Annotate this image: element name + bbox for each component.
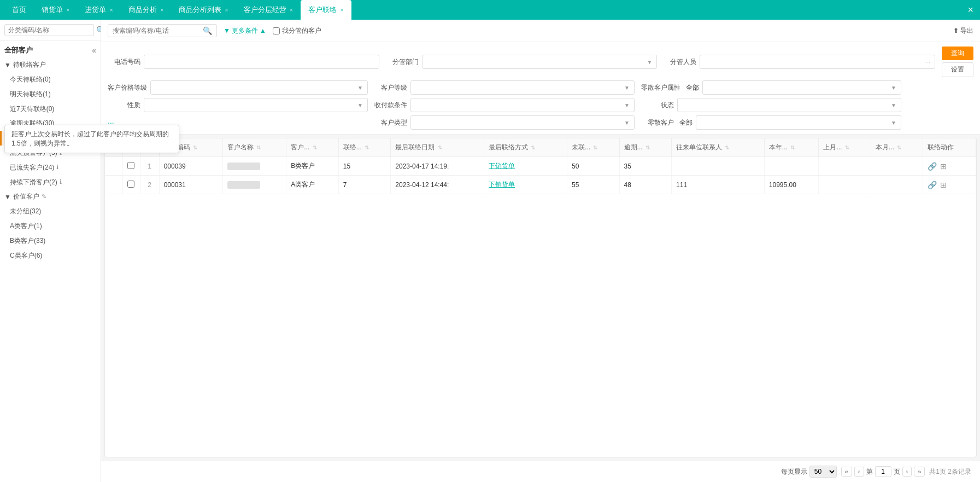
- more-filters-label: 更多条件: [232, 26, 258, 36]
- sidebar-item-b-class[interactable]: B类客户(33): [0, 234, 101, 248]
- row1-this-month: [871, 157, 923, 176]
- my-customer-checkbox[interactable]: [273, 27, 280, 34]
- data-table-container: ⚙ 客户编码 ⇅ 客户名称 ⇅ 客户... ⇅ 联络... ⇅ 最后联络日期 ⇅…: [104, 138, 977, 457]
- tab-goods-list[interactable]: 商品分析列表 ×: [171, 0, 236, 20]
- tab-goods-analysis[interactable]: 商品分析 ×: [121, 0, 171, 20]
- row1-contact: 15: [338, 157, 391, 176]
- row1-action-buttons: 🔗 ⊞: [928, 162, 971, 171]
- sidebar-item-c-class[interactable]: C类客户(6): [0, 248, 101, 263]
- customer-tier-field: 客户等级 ▼: [374, 80, 635, 95]
- tab-customer-contact-close[interactable]: ×: [340, 0, 343, 20]
- sidebar-item-tomorrow-pending[interactable]: 明天待联络(1): [0, 87, 101, 102]
- phone-input[interactable]: [144, 55, 379, 69]
- tab-goods-analysis-close[interactable]: ×: [160, 0, 163, 20]
- status-select[interactable]: ▼: [677, 98, 901, 112]
- row2-last-month: [819, 176, 871, 194]
- row2-index: 2: [140, 176, 159, 194]
- row1-select-checkbox[interactable]: [127, 162, 134, 169]
- pending-sort-icon: ⇅: [593, 144, 597, 150]
- row1-last-way-link[interactable]: 下销货单: [489, 162, 515, 170]
- row2-action-link-icon[interactable]: 🔗: [928, 181, 937, 189]
- price-tier-field: 客户价格等级 ▼: [108, 80, 368, 95]
- price-tier-select[interactable]: ▼: [150, 80, 368, 95]
- sidebar-search-icon[interactable]: 🔍: [96, 26, 101, 34]
- col-last-month: 上月... ⇅: [819, 138, 871, 157]
- tab-purchase[interactable]: 进货单 ×: [77, 0, 120, 20]
- row2-last-way-link[interactable]: 下销货单: [489, 181, 515, 188]
- tab-purchase-close[interactable]: ×: [109, 0, 113, 20]
- row1-action-link-icon[interactable]: 🔗: [928, 162, 937, 171]
- row1-action-grid-icon[interactable]: ⊞: [940, 162, 947, 171]
- tab-sales-close[interactable]: ×: [66, 0, 69, 20]
- tab-customer-contact[interactable]: 客户联络 ×: [301, 0, 351, 20]
- payment-arrow: ▼: [624, 102, 630, 108]
- tab-customer-tier-close[interactable]: ×: [290, 0, 293, 20]
- row2-action-buttons: 🔗 ⊞: [928, 181, 971, 189]
- my-customer-label: 我分管的客户: [282, 26, 321, 36]
- nature-field: 性质 ▼: [108, 98, 368, 112]
- phone-filter-field: 电话号码: [108, 55, 379, 69]
- prev-page-button[interactable]: ‹: [854, 467, 864, 477]
- nature-label: 性质: [108, 101, 140, 110]
- customer-type-select[interactable]: ▼: [410, 115, 635, 130]
- customer-tier-arrow: ▼: [624, 85, 630, 91]
- code-sort-icon: ⇅: [193, 144, 197, 150]
- retail-attr-select[interactable]: ▼: [702, 80, 901, 95]
- tab-sales[interactable]: 销货单 ×: [34, 0, 77, 20]
- row2-contact: 7: [338, 176, 391, 194]
- query-button[interactable]: 查询: [942, 47, 973, 60]
- status-label: 状态: [641, 101, 674, 110]
- sidebar-item-a-class[interactable]: A类客户(1): [0, 219, 101, 234]
- sidebar-item-today-pending[interactable]: 今天待联络(0): [0, 72, 101, 87]
- sidebar-collapse-button[interactable]: «: [92, 46, 96, 55]
- sidebar-item-week-pending[interactable]: 近7天待联络(0): [0, 102, 101, 117]
- sidebar-value-group[interactable]: ▼ 价值客户 ✎: [0, 189, 101, 204]
- sidebar-item-churned[interactable]: 已流失客户(24) ℹ: [0, 160, 101, 175]
- per-page-select[interactable]: 50 100 200: [809, 466, 837, 478]
- sidebar-search-input[interactable]: [4, 24, 94, 36]
- payment-select[interactable]: ▼: [410, 98, 635, 112]
- row2-code: 000031: [159, 176, 222, 194]
- settings-button[interactable]: 设置: [942, 62, 973, 77]
- next-page-button[interactable]: ›: [902, 467, 912, 477]
- row2-unit-contact: 111: [672, 176, 765, 194]
- filter-row-2: 客户价格等级 ▼ 客户等级 ▼ 零散客户属性 全部 ▼: [108, 80, 973, 95]
- way-sort-icon: ⇅: [531, 144, 535, 150]
- row1-last-way: 下销货单: [484, 157, 567, 176]
- info-icon-churned: ℹ: [56, 163, 58, 171]
- close-all-tabs-button[interactable]: ×: [967, 4, 973, 16]
- page-input[interactable]: [875, 466, 891, 477]
- last-page-button[interactable]: »: [914, 467, 925, 477]
- main-search-input[interactable]: [113, 27, 201, 34]
- filter-bar: 🔍 ▼ 更多条件 ▲ 我分管的客户 ⬆ 导出: [101, 20, 980, 42]
- pending-group-label: 待联络客户: [13, 60, 46, 69]
- row2-last-way: 下销货单: [484, 176, 567, 194]
- manager-select[interactable]: ···: [700, 55, 935, 69]
- customers-table: ⚙ 客户编码 ⇅ 客户名称 ⇅ 客户... ⇅ 联络... ⇅ 最后联络日期 ⇅…: [105, 138, 976, 194]
- retail-attr-label: 零散客户属性: [641, 83, 680, 92]
- main-search-icon[interactable]: 🔍: [203, 26, 212, 35]
- filter-row-3: 性质 ▼ 收付款条件 ▼ 状态 ▼: [108, 98, 973, 112]
- retail-customer-select[interactable]: ▼: [696, 115, 901, 130]
- value-group-edit-icon[interactable]: ✎: [42, 193, 46, 200]
- export-button[interactable]: ⬆ 导出: [953, 26, 973, 36]
- first-page-button[interactable]: «: [841, 467, 852, 477]
- nature-select[interactable]: ▼: [144, 98, 368, 112]
- col-contact: 联络... ⇅: [338, 138, 391, 157]
- row1-actions: 🔗 ⊞: [923, 157, 976, 176]
- sidebar-pending-group[interactable]: ▼ 待联络客户: [0, 57, 101, 72]
- more-filters-button[interactable]: ▼ 更多条件 ▲: [224, 26, 266, 36]
- page-suffix: 页: [894, 467, 900, 477]
- row2-action-grid-icon[interactable]: ⊞: [940, 181, 947, 189]
- sidebar-item-ungrouped[interactable]: 未分组(32): [0, 204, 101, 219]
- tab-goods-list-close[interactable]: ×: [225, 0, 228, 20]
- tab-home[interactable]: 首页: [4, 0, 34, 20]
- dept-select[interactable]: ▼: [422, 55, 658, 69]
- manager-dots-icon: ···: [925, 59, 930, 65]
- row2-select-checkbox[interactable]: [127, 181, 134, 188]
- tab-customer-tier[interactable]: 客户分层经营 ×: [236, 0, 301, 20]
- row1-name: [222, 157, 286, 176]
- thismonth-sort-icon: ⇅: [897, 144, 901, 150]
- customer-tier-select[interactable]: ▼: [410, 80, 635, 95]
- sidebar-item-declining[interactable]: 持续下滑客户(2) ℹ: [0, 175, 101, 190]
